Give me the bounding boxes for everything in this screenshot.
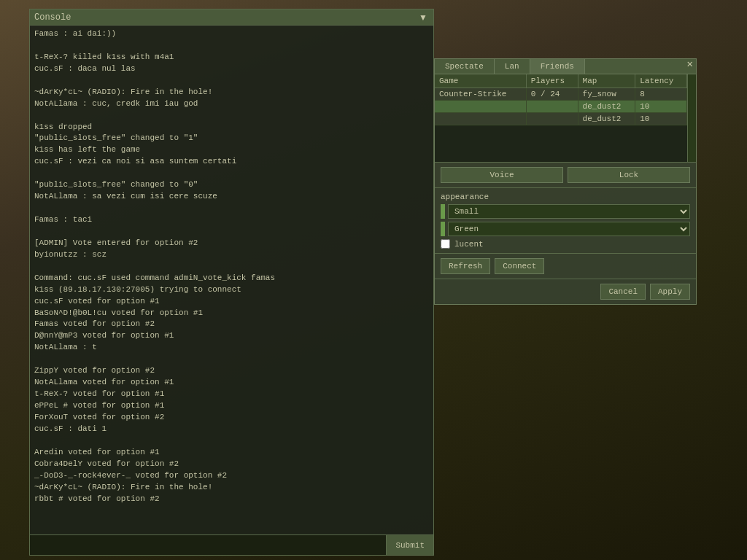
console-line bbox=[34, 226, 429, 238]
col-latency[interactable]: Latency bbox=[635, 74, 687, 88]
translucent-label: lucent bbox=[454, 240, 484, 249]
cell-players bbox=[526, 113, 578, 125]
console-line: Famas : ai dai:)) bbox=[34, 28, 429, 40]
console-line bbox=[34, 40, 429, 52]
appearance-label: appearance bbox=[441, 192, 690, 201]
table-row[interactable]: de_dust210 bbox=[435, 101, 687, 113]
console-line: k1ss (89.18.17.130:27005) trying to conn… bbox=[34, 284, 429, 296]
console-line: ~dArKy*cL~ (RADIO): Fire in the hole! bbox=[34, 87, 429, 98]
size-color-indicator bbox=[441, 204, 445, 219]
console-titlebar: Console ▼ bbox=[30, 9, 433, 26]
console-line: Famas voted for option #2 bbox=[34, 319, 429, 330]
server-list-inner: Game Players Map Latency Counter-Strike0… bbox=[435, 74, 687, 162]
tab-friends[interactable]: Friends bbox=[530, 59, 585, 74]
col-players[interactable]: Players bbox=[526, 74, 578, 88]
console-line: ePPeL # voted for option #1 bbox=[34, 400, 429, 412]
lock-button[interactable]: Lock bbox=[568, 167, 690, 183]
cell-map: de_dust2 bbox=[578, 113, 635, 125]
console-line bbox=[34, 435, 429, 447]
console-input[interactable] bbox=[30, 535, 386, 555]
console-panel: Console ▼ Famas : ai dai:)) t-ReX-? kill… bbox=[29, 9, 434, 556]
size-select[interactable]: Small Medium Large bbox=[448, 204, 690, 219]
color-select[interactable]: Green Blue Red bbox=[448, 222, 690, 236]
console-title: Console bbox=[34, 12, 71, 23]
console-line bbox=[34, 261, 429, 273]
console-line: Famas : taci bbox=[34, 214, 429, 226]
server-panel-close-button[interactable]: ✕ bbox=[687, 58, 693, 70]
tab-lan[interactable]: Lan bbox=[495, 59, 530, 74]
console-line bbox=[34, 75, 429, 87]
size-row: Small Medium Large bbox=[441, 204, 690, 219]
server-table: Game Players Map Latency Counter-Strike0… bbox=[435, 74, 687, 125]
voice-button[interactable]: Voice bbox=[441, 167, 563, 183]
console-line: ~dArKy*cL~ (RADIO): Fire in the hole! bbox=[34, 482, 429, 494]
console-line: [ADMIN] Vote entered for option #2 bbox=[34, 238, 429, 249]
console-close-button[interactable]: ▼ bbox=[417, 12, 429, 23]
console-output: Famas : ai dai:)) t-ReX-? killed k1ss wi… bbox=[30, 26, 433, 534]
cancel-button[interactable]: Cancel bbox=[600, 284, 646, 300]
color-color-indicator bbox=[441, 222, 445, 236]
console-line: cuc.sF : dati 1 bbox=[34, 424, 429, 435]
console-line: "public_slots_free" changed to "1" bbox=[34, 133, 429, 144]
console-line: k1ss has left the game bbox=[34, 144, 429, 156]
refresh-button[interactable]: Refresh bbox=[441, 258, 490, 274]
tab-spectate[interactable]: Spectate bbox=[435, 59, 495, 74]
cell-latency: 8 bbox=[635, 88, 687, 101]
cell-game: Counter-Strike bbox=[435, 88, 526, 101]
console-line: k1ss dropped bbox=[34, 122, 429, 133]
console-line: ForXouT voted for option #2 bbox=[34, 412, 429, 424]
console-line: NotALlama : cuc, credk imi iau god bbox=[34, 98, 429, 110]
console-line: t-ReX-? voted for option #1 bbox=[34, 389, 429, 400]
cell-latency: 10 bbox=[635, 101, 687, 113]
table-row[interactable]: Counter-Strike0 / 24fy_snow8 bbox=[435, 88, 687, 101]
console-line: NotALlama : sa vezi cum isi cere scuze bbox=[34, 191, 429, 203]
console-line: rbbt # voted for option #2 bbox=[34, 494, 429, 505]
console-line: BaSoN^D!@b0L!cu voted for option #1 bbox=[34, 308, 429, 319]
server-list-area: Game Players Map Latency Counter-Strike0… bbox=[435, 74, 696, 162]
voice-lock-row: Voice Lock bbox=[435, 162, 696, 187]
cell-game bbox=[435, 113, 526, 125]
console-line: NotALlama voted for option #1 bbox=[34, 377, 429, 389]
color-row: Green Blue Red bbox=[441, 222, 690, 236]
console-line: _-DoD3-_-rock4ever-_ voted for option #2 bbox=[34, 470, 429, 482]
cell-players bbox=[526, 101, 578, 113]
cell-players: 0 / 24 bbox=[526, 88, 578, 101]
server-list-scrollbar[interactable] bbox=[687, 74, 696, 162]
console-line: Aredin voted for option #1 bbox=[34, 447, 429, 459]
console-line bbox=[34, 354, 429, 365]
console-line: cuc.sF voted for option #1 bbox=[34, 296, 429, 308]
console-line: cuc.sF : vezi ca noi si asa suntem certa… bbox=[34, 156, 429, 168]
col-map[interactable]: Map bbox=[578, 74, 635, 88]
cell-game bbox=[435, 101, 526, 113]
table-row[interactable]: de_dust210 bbox=[435, 113, 687, 125]
console-line: Cobra4DelY voted for option #2 bbox=[34, 459, 429, 470]
console-line: byionutzz : scz bbox=[34, 249, 429, 261]
console-input-row: Submit bbox=[30, 534, 433, 555]
console-line bbox=[34, 203, 429, 214]
cell-latency: 10 bbox=[635, 113, 687, 125]
console-line bbox=[34, 110, 429, 122]
cell-map: fy_snow bbox=[578, 88, 635, 101]
server-list-empty bbox=[435, 125, 687, 162]
cell-map: de_dust2 bbox=[578, 101, 635, 113]
console-line: t-ReX-? killed k1ss with m4a1 bbox=[34, 52, 429, 63]
action-buttons-row: Refresh Connect bbox=[435, 253, 696, 279]
console-line: NotALlama : t bbox=[34, 342, 429, 354]
tabs-row: Spectate Lan Friends bbox=[435, 59, 696, 74]
console-line: Command: cuc.sF used command admiN_vote_… bbox=[34, 273, 429, 284]
apply-button[interactable]: Apply bbox=[650, 284, 690, 300]
translucent-row: lucent bbox=[441, 239, 690, 249]
translucent-checkbox[interactable] bbox=[441, 239, 450, 249]
console-submit-button[interactable]: Submit bbox=[386, 535, 433, 555]
console-line: "public_slots_free" changed to "0" bbox=[34, 179, 429, 191]
bottom-btns-row: Cancel Apply bbox=[435, 279, 696, 304]
col-game[interactable]: Game bbox=[435, 74, 526, 88]
connect-button[interactable]: Connect bbox=[495, 258, 544, 274]
console-line: cuc.sF : daca nul las bbox=[34, 63, 429, 75]
appearance-section: appearance Small Medium Large Green Blue… bbox=[435, 187, 696, 253]
console-line: ZippY voted for option #2 bbox=[34, 365, 429, 377]
console-line bbox=[34, 168, 429, 179]
server-browser-panel: ✕ Spectate Lan Friends Game Players Map … bbox=[434, 58, 697, 305]
console-line: D@nnY@mP3 voted for option #1 bbox=[34, 330, 429, 342]
